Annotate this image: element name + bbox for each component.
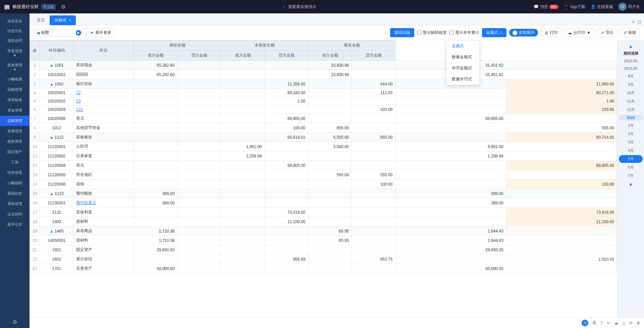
search-right-arrow[interactable]: ▶ [76,30,81,36]
bottom-edit-icon[interactable]: ✏ [607,321,610,325]
app-download-item[interactable]: 📱 App下载 [564,4,585,10]
expand-arrow[interactable]: ▲ [50,63,54,68]
name-link[interactable]: 122 [76,107,83,112]
show-ytd-check[interactable]: 显示本年累计 [449,30,479,36]
sidebar-item-system[interactable]: 系统管理 [0,199,30,209]
right-panel-title: 期间选择 [624,51,638,56]
period-down-nav[interactable]: ▼ [628,181,634,188]
show-auxiliary-check[interactable]: 显示辅助核算 [417,30,447,36]
dropdown-item-qty-amount[interactable]: 数量金额式 [446,52,479,63]
name-text: 回回回 [76,72,88,77]
name-link[interactable]: 预付款美元 [76,200,96,205]
settings-icon[interactable]: ⚙ [61,4,66,10]
sidebar-item-enterprise[interactable]: 企业协同 [0,209,30,219]
period-12[interactable]: 12月 [619,106,643,114]
sidebar-item-tax[interactable]: 税务管理 [0,136,30,147]
sidebar-item-retail[interactable]: 零售管理 ▼ [0,46,30,60]
dropdown-item-amount[interactable]: 金额式 [446,41,479,52]
amount-mode-btn[interactable]: 金额式 ∧ [482,28,506,37]
expand-arrow[interactable]: ▲ [50,191,54,196]
period-4[interactable]: 4月 [619,147,643,154]
period-8[interactable]: 8月 [619,72,643,80]
bottom-yuan-icon[interactable]: 元 [582,320,588,326]
sidebar-gear-icon[interactable]: ⚙ [12,319,17,325]
th-settings[interactable]: ⚙ [30,41,40,61]
sidebar-item-wholesale[interactable]: 批发管理 ▼ [0,60,30,74]
cell [352,61,395,70]
sidebar-item-invoice[interactable]: 发票管理 [0,126,30,136]
refresh-btn[interactable]: ↺ 刷新 [620,28,640,37]
expand-arrow[interactable]: ▲ [50,135,54,140]
window-maximize-icon[interactable]: ⊡ [637,19,641,24]
sidebar-item-expense[interactable]: 小畅报销 [0,178,30,188]
sidebar-item-base[interactable]: 基础信息 [0,188,30,199]
period-10[interactable]: 10月 [619,89,643,97]
auxiliary-checkbox[interactable] [417,30,421,35]
sidebar-item-inventory[interactable]: 库存核算 [0,95,30,105]
name-link[interactable]: 12 [76,90,80,95]
tab-close-icon[interactable]: ✕ [68,18,71,22]
demo-text[interactable]: 我要看实例演示 [288,4,316,10]
dropdown-item-foreign-amount[interactable]: 外币金额式 [446,63,479,74]
settings-gear-icon[interactable]: ⚙ [33,48,37,53]
sidebar-item-ledger[interactable]: 总账管理 [0,116,30,126]
table-row: 21 1601 固定资产 29,650.00 29,650.00 [30,245,617,255]
closing-credit-cell: 100.00 [506,180,617,189]
message-item[interactable]: 💬 消息 99+ [534,4,558,10]
user-item[interactable]: U 用户名 [619,3,640,11]
dropdown-item-qty-foreign[interactable]: 数量外币式 [446,74,479,85]
cell [352,208,395,217]
bottom-lang-icon[interactable]: 英 [592,320,596,326]
search-input[interactable] [41,30,74,35]
cloud-print-btn[interactable]: ☁ 云打印 ▼ [564,28,594,37]
period-5[interactable]: 5月 [619,155,643,163]
bottom-help-icon[interactable]: ? [600,321,603,325]
search-left-arrow[interactable]: ◀ [37,30,40,35]
period-7[interactable]: 7月 [619,172,643,180]
row-code: 11220004 [40,161,73,170]
period-3[interactable]: 3月 [619,138,643,146]
sidebar-item-operation[interactable]: 经营管理 [0,168,30,178]
sidebar-item-assets[interactable]: 固定资产 [0,147,30,157]
period-11[interactable]: 11月 [619,97,643,105]
export-btn[interactable]: ↗ 导出 [597,28,617,37]
bottom-plus-icon[interactable]: ⊕ [637,321,640,325]
period-1[interactable]: 1月 [619,122,643,129]
bottom-cloud-icon[interactable]: ☁ [614,321,618,325]
sidebar-item-payroll[interactable]: 工资 [0,157,30,168]
ytd-checkbox[interactable] [449,30,454,35]
period-6[interactable]: 6月 [619,163,643,171]
search-box[interactable]: ◀ ▶ [34,29,84,37]
row-name: 美元 [73,114,134,123]
sidebar-item-ecommerce[interactable]: 小畅电商 [0,74,30,84]
expand-btn[interactable]: ▼ 展开更多 [86,28,115,37]
expand-all-btn[interactable]: 全部展开 [509,29,538,37]
cell [177,180,221,189]
tab-balance[interactable]: 余额表 ✕ [50,15,76,25]
sidebar-quick-nav[interactable]: 快捷导航 [0,26,30,36]
expand-arrow[interactable]: ▲ [50,229,54,234]
period-2[interactable]: 2月 [619,130,643,138]
sidebar-search[interactable]: 搜索菜单 [0,16,30,26]
tab-home[interactable]: 首页 [32,15,50,25]
period-9[interactable]: 9月 [619,81,643,88]
print-btn[interactable]: 🖨 打印 [541,28,561,37]
sidebar-item-guide[interactable]: 新手引导 [0,219,30,230]
period-2023-05-b[interactable]: 2023.05 [619,65,643,72]
sidebar-item-capital[interactable]: 资金管理 [0,105,30,116]
online-service-item[interactable]: 👤 在线客服 [591,4,613,10]
period-up-nav[interactable]: ▲ [628,43,634,50]
window-close-icon[interactable]: ✕ [631,19,635,24]
period-2023-05-a[interactable]: 2023.05 [619,58,643,64]
refresh-icon: ↺ [624,30,627,35]
bottom-circle-icon[interactable]: ⊙ [629,321,633,325]
row-name: 库存现金 [73,61,134,70]
expand-arrow[interactable]: ▲ [50,82,54,86]
closing-debit-cell: 68,805.00 [395,114,506,123]
cell: 11,100.00 [265,217,308,226]
sidebar-item-project[interactable]: 项目合同 [0,36,30,46]
sidebar-item-purchase[interactable]: 采购管理 [0,84,30,95]
bottom-triangle-icon[interactable]: △ [622,321,625,325]
name-link[interactable]: 23 [76,99,80,104]
return-btn[interactable]: 退回旧版 [390,28,414,37]
